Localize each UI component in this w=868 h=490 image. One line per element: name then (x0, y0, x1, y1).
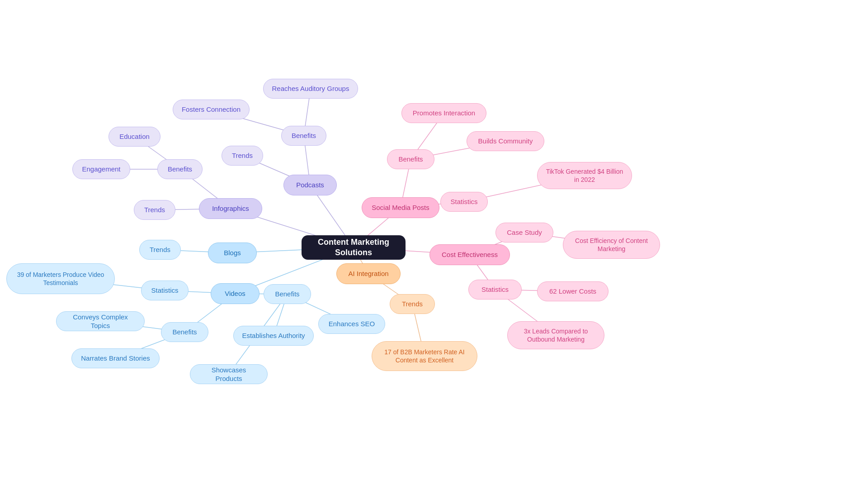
ai-integration-label: AI Integration (348, 269, 388, 278)
info-engagement-label: Engagement (82, 165, 120, 174)
social-promotes-node: Promotes Interaction (401, 103, 486, 123)
info-benefits-label: Benefits (168, 165, 192, 174)
center-node: Content Marketing Solutions (302, 235, 406, 260)
cost-case-study-label: Case Study (507, 228, 542, 237)
info-trends-label: Trends (144, 205, 165, 214)
cost-3x-node: 3x Leads Compared to Outbound Marketing (507, 321, 604, 349)
cost-effectiveness-label: Cost Effectiveness (442, 250, 498, 259)
video-seo-node: Enhances SEO (318, 314, 385, 334)
ai-trends-label: Trends (402, 300, 423, 309)
cost-case-study-node: Case Study (495, 223, 553, 243)
video-establishes-node: Establishes Authority (233, 326, 314, 346)
video-establishes-label: Establishes Authority (242, 331, 305, 340)
podcasts-label: Podcasts (296, 181, 324, 190)
center-label: Content Marketing Solutions (310, 237, 397, 258)
video-narrates-label: Narrates Brand Stories (81, 354, 150, 363)
videos-benefits2-node: Benefits (264, 284, 311, 304)
video-conveys-node: Conveys Complex Topics (56, 311, 145, 331)
video-showcases-node: Showcases Products (190, 364, 268, 384)
infographics-node: Infographics (199, 198, 262, 219)
video-marketers-label: 39 of Marketers Produce Video Testimonia… (15, 271, 106, 287)
podcast-fosters-label: Fosters Connection (182, 105, 241, 114)
podcast-fosters-node: Fosters Connection (173, 100, 250, 119)
social-promotes-label: Promotes Interaction (413, 109, 475, 118)
podcast-benefits-label: Benefits (292, 131, 316, 140)
cost-lower-label: 62 Lower Costs (549, 287, 596, 296)
ai-b2b-label: 17 of B2B Marketers Rate AI Content as E… (380, 348, 469, 364)
cost-statistics-node: Statistics (468, 280, 522, 300)
podcasts-node: Podcasts (283, 175, 337, 195)
cost-efficiency-node: Cost Efficiency of Content Marketing (563, 231, 660, 259)
video-statistics-node: Statistics (141, 281, 189, 300)
video-statistics-label: Statistics (151, 286, 178, 295)
info-benefits-node: Benefits (157, 159, 203, 179)
social-builds-node: Builds Community (467, 131, 544, 151)
social-builds-label: Builds Community (478, 137, 533, 146)
podcast-reaches-label: Reaches Auditory Groups (272, 84, 349, 93)
social-benefits-label: Benefits (398, 155, 423, 164)
social-media-label: Social Media Posts (372, 203, 429, 212)
social-tiktok-node: TikTok Generated $4 Billion in 2022 (537, 162, 632, 189)
cost-lower-node: 62 Lower Costs (537, 281, 609, 301)
video-seo-label: Enhances SEO (329, 319, 375, 328)
blog-trends-label: Trends (150, 245, 170, 254)
blog-trends-node: Trends (139, 240, 181, 260)
cost-effectiveness-node: Cost Effectiveness (429, 244, 510, 265)
social-benefits-node: Benefits (387, 149, 434, 169)
social-tiktok-label: TikTok Generated $4 Billion in 2022 (546, 167, 623, 184)
cost-3x-label: 3x Leads Compared to Outbound Marketing (516, 327, 596, 343)
podcast-reaches-node: Reaches Auditory Groups (263, 79, 358, 99)
video-marketers-node: 39 of Marketers Produce Video Testimonia… (6, 263, 115, 294)
blogs-node: Blogs (208, 243, 257, 263)
info-trends-node: Trends (134, 200, 175, 220)
videos-label: Videos (225, 289, 245, 298)
cost-efficiency-label: Cost Efficiency of Content Marketing (571, 237, 651, 253)
infographics-label: Infographics (212, 204, 249, 213)
podcast-benefits-node: Benefits (281, 126, 326, 146)
cost-statistics-label: Statistics (481, 285, 509, 294)
ai-integration-node: AI Integration (336, 263, 401, 284)
videos-node: Videos (211, 283, 259, 304)
video-benefits-label: Benefits (172, 328, 197, 337)
info-education-node: Education (108, 127, 160, 147)
social-media-node: Social Media Posts (362, 197, 439, 218)
social-statistics-node: Statistics (440, 192, 488, 212)
podcast-trends-node: Trends (222, 146, 263, 166)
video-conveys-label: Conveys Complex Topics (65, 313, 136, 330)
video-benefits-node: Benefits (161, 322, 208, 342)
info-education-label: Education (119, 132, 150, 141)
podcast-trends-label: Trends (232, 151, 253, 160)
social-statistics-label: Statistics (450, 197, 477, 206)
ai-trends-node: Trends (390, 294, 435, 314)
info-engagement-node: Engagement (72, 159, 130, 179)
blogs-label: Blogs (224, 248, 241, 257)
video-showcases-label: Showcases Products (198, 366, 259, 383)
video-narrates-node: Narrates Brand Stories (71, 348, 160, 368)
ai-b2b-node: 17 of B2B Marketers Rate AI Content as E… (372, 341, 477, 371)
videos-benefits2-label: Benefits (275, 290, 299, 299)
